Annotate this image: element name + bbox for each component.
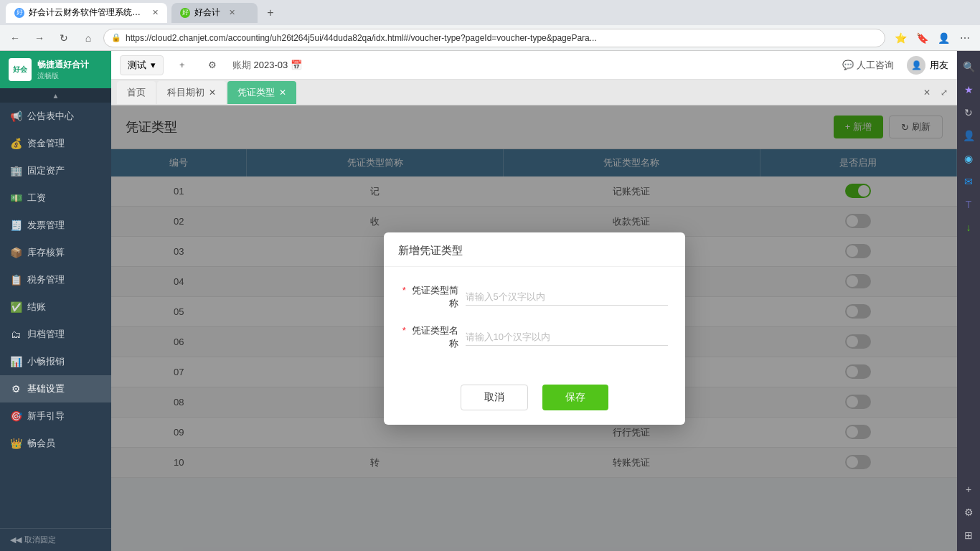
app-container: 好会 畅捷通好合计 流畅版 ▲ 📢 公告表中心 💰 资金管理 🏢 固定资产 [0,51,980,551]
forward-button[interactable]: → [30,29,49,47]
sidebar-item-salary[interactable]: 💵 工资 [0,184,111,212]
sidebar-item-salary-label: 工资 [27,192,46,204]
right-arrow-btn[interactable]: ↻ [958,103,979,123]
sidebar-item-report[interactable]: 📊 小畅报销 [0,348,111,375]
consult-label: 人工咨询 [857,59,894,72]
short-name-input[interactable] [466,288,668,306]
right-grid-btn[interactable]: ⊞ [958,525,979,545]
modal-body: * 凭证类型简称 * 凭证类型名称 [384,267,685,376]
user-avatar: 👤 [907,56,925,75]
sidebar-item-archive[interactable]: 🗂 归档管理 [0,321,111,348]
right-outlook-btn[interactable]: ✉ [958,171,979,192]
favorites-btn[interactable]: 🔖 [913,29,931,47]
content-area: 凭证类型 + 新增 ↻ 刷新 编号 凭证类型简称 凭证类型 [111,105,957,551]
archive-icon: 🗂 [10,329,22,340]
right-star-btn[interactable]: ★ [958,80,979,100]
user-area[interactable]: 👤 用友 [907,56,948,75]
inventory-icon: 📦 [10,247,22,258]
sidebar-item-invoice[interactable]: 🧾 发票管理 [0,212,111,239]
address-bar[interactable]: 🔒 https://cloud2.chanjet.com/accounting/… [103,29,885,47]
back-button[interactable]: ← [6,29,24,47]
full-name-field: * 凭证类型名称 [401,324,668,350]
sidebar-item-guide-label: 新手引导 [27,410,65,423]
minimize-pane-btn[interactable]: ✕ [920,85,934,100]
sidebar-item-funds-label: 资金管理 [27,137,65,150]
announcements-icon: 📢 [10,110,22,122]
sidebar-item-report-label: 小畅报销 [27,355,65,368]
unpin-icon: ◀◀ [10,535,22,545]
sidebar-item-settle-label: 结账 [27,301,46,314]
tab-favicon: 好 [14,8,24,18]
workspace-name: 测试 [128,59,146,72]
topbar-settings-icon: ⚙ [208,60,217,70]
right-download-btn[interactable]: ↓ [958,217,979,237]
period-value: 2023-03 [254,60,288,70]
tab-close-btn[interactable]: ✕ [152,8,159,17]
sidebar-item-tax[interactable]: 📋 税务管理 [0,266,111,293]
tab-voucher-label: 凭证类型 [237,86,275,99]
full-name-label: * 凭证类型名称 [401,324,466,350]
consult-btn[interactable]: 💬 人工咨询 [835,56,901,75]
sidebar-item-announcements[interactable]: 📢 公告表中心 [0,103,111,130]
sidebar-item-inventory[interactable]: 📦 库存核算 [0,239,111,266]
home-button[interactable]: ⌂ [79,29,98,47]
right-settings-btn[interactable]: ⚙ [958,502,979,522]
tab-voucher-type[interactable]: 凭证类型 ✕ [227,81,296,104]
right-teams-btn[interactable]: T [958,194,979,215]
full-name-label-text: 凭证类型名称 [412,325,458,349]
inactive-tab[interactable]: 好 好会计 ✕ [171,3,258,23]
tab-title: 好会计云财务软件管理系统_会计 [29,6,143,19]
workspace-selector[interactable]: 测试 ▾ [120,55,164,75]
settings-btn[interactable]: ⚙ [201,57,224,73]
tabs-bar: 首页 科目期初 ✕ 凭证类型 ✕ ✕ ⤢ [111,80,957,105]
profile-btn[interactable]: 👤 [934,29,953,47]
short-name-field: * 凭证类型简称 [401,284,668,310]
right-search-btn[interactable]: 🔍 [958,57,979,77]
new-tab-button[interactable]: + [262,4,279,22]
unpin-label: 取消固定 [24,534,56,545]
sidebar-item-settings[interactable]: ⚙ 基础设置 [0,375,111,402]
tab-subject-label: 科目期初 [167,86,204,99]
funds-icon: 💰 [10,138,22,149]
tab-voucher-close[interactable]: ✕ [279,88,286,98]
top-bar: 测试 ▾ + ⚙ 账期 2023-03 📅 💬 人工咨询 👤 [111,51,957,80]
right-chrome-btn[interactable]: ◉ [958,149,979,169]
sidebar-item-funds[interactable]: 💰 资金管理 [0,130,111,157]
sidebar-item-announcements-label: 公告表中心 [27,110,74,123]
lock-icon: 🔒 [111,33,121,42]
sidebar-item-member-label: 畅会员 [27,437,55,450]
calendar-icon[interactable]: 📅 [291,60,302,70]
tab2-favicon: 好 [180,8,190,18]
short-name-label-text: 凭证类型简称 [412,285,458,309]
refresh-button[interactable]: ↻ [55,29,73,47]
right-panel: 🔍 ★ ↻ 👤 ◉ ✉ T ↓ + ⚙ ⊞ [957,51,980,551]
sidebar-item-guide[interactable]: 🎯 新手引导 [0,402,111,430]
maximize-pane-btn[interactable]: ⤢ [937,85,951,100]
sidebar-item-settle[interactable]: ✅ 结账 [0,293,111,321]
sidebar-item-member[interactable]: 👑 畅会员 [0,430,111,457]
sidebar-unpin[interactable]: ◀◀ 取消固定 [0,528,111,551]
cancel-button[interactable]: 取消 [461,385,528,410]
assets-icon: 🏢 [10,165,22,176]
active-tab[interactable]: 好 好会计云财务软件管理系统_会计 ✕ [6,3,167,23]
tab2-close-btn[interactable]: ✕ [229,8,235,17]
right-user-btn[interactable]: 👤 [958,126,979,146]
salary-icon: 💵 [10,192,22,204]
more-btn[interactable]: ⋯ [956,29,974,47]
right-add-btn[interactable]: + [958,479,979,499]
short-name-label: * 凭证类型简称 [401,284,466,310]
browser-actions: ⭐ 🔖 👤 ⋯ [891,29,974,47]
tab-subject-close[interactable]: ✕ [209,88,216,98]
full-name-input[interactable] [466,329,668,346]
sidebar-scroll-up[interactable]: ▲ [0,88,111,103]
modal-footer: 取消 保存 [384,376,685,425]
tab-subject[interactable]: 科目期初 ✕ [157,81,226,104]
extensions-btn[interactable]: ⭐ [891,29,910,47]
save-button[interactable]: 保存 [542,385,608,410]
sidebar-item-assets[interactable]: 🏢 固定资产 [0,157,111,184]
tab-home[interactable]: 首页 [117,81,156,104]
window-controls: ✕ ⤢ [920,85,951,100]
url-text: https://cloud2.chanjet.com/accounting/uh… [126,33,877,43]
add-workspace-btn[interactable]: + [172,57,192,73]
modal-title: 新增凭证类型 [398,244,463,256]
